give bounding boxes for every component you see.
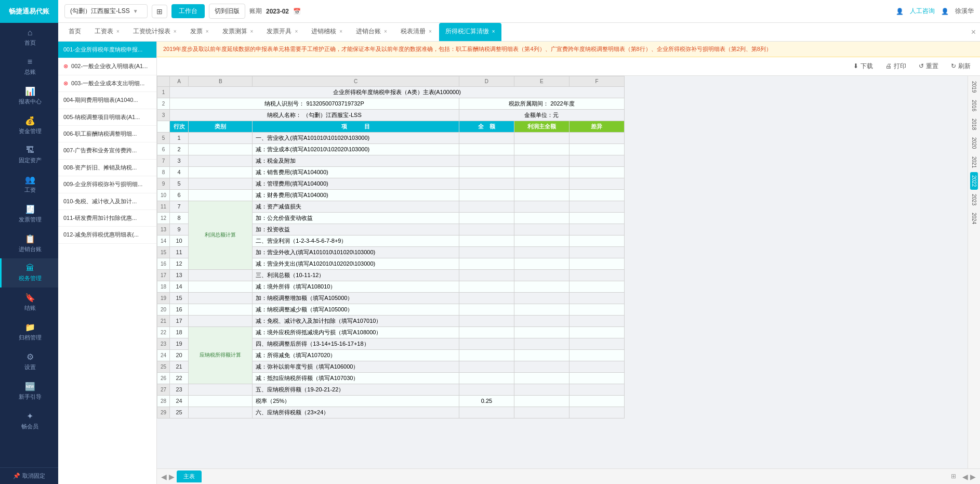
- refresh-button[interactable]: ↻ 刷新: [948, 60, 974, 72]
- sidebar-item-capital[interactable]: 💰 资金管理: [0, 111, 58, 140]
- sidebar-item-invoice[interactable]: 🧾 发票管理: [0, 199, 58, 229]
- report-list-item-012[interactable]: 012-减免所得税优惠明细表(...: [58, 227, 156, 243]
- print-label: 打印: [894, 62, 906, 71]
- sidebar-item-home[interactable]: ⌂ 首页: [0, 23, 58, 52]
- sidebar-item-purchase-label: 进销台账: [19, 245, 42, 253]
- tab-tax-calc[interactable]: 所得税汇算清缴 ×: [439, 23, 501, 41]
- tab-payroll-stats[interactable]: 工资统计报表 ×: [127, 23, 183, 41]
- scroll-left-btn[interactable]: ◀: [962, 473, 968, 481]
- copy-icon-btn[interactable]: ⊞: [152, 5, 167, 18]
- year-nav-2022[interactable]: 2022: [970, 172, 978, 190]
- report-list-item-009[interactable]: 009-企业所得税弥补亏损明细...: [58, 176, 156, 193]
- tab-purchase-ledger-close[interactable]: ×: [384, 29, 387, 34]
- history-button[interactable]: 切到旧版: [209, 4, 245, 19]
- assets-icon: 🏗: [26, 146, 34, 155]
- spreadsheet-container[interactable]: A B C D E F 1: [157, 76, 968, 469]
- tab-invoice-calc-close[interactable]: ×: [250, 29, 254, 34]
- archive-icon: 📁: [25, 322, 35, 332]
- settlement-icon: 🔖: [25, 293, 35, 303]
- year-nav-2024[interactable]: 2024: [970, 210, 978, 227]
- sidebar-item-member[interactable]: ✦ 畅会员: [0, 406, 58, 436]
- report-list-item-004[interactable]: 004-期间费用明细表(A1040...: [58, 92, 156, 109]
- scroll-right-btn[interactable]: ▶: [970, 473, 976, 481]
- sidebar-item-tax-label: 税务管理: [19, 274, 42, 282]
- cell-rownum-1[interactable]: 1: [170, 132, 189, 143]
- sheet-tab-main[interactable]: 主表: [177, 470, 202, 482]
- tab-invoice-issue-close[interactable]: ×: [295, 29, 298, 34]
- table-row: 22 18 应纳税所得额计算 减：境外应税所得抵减境内亏损（填写A108000）: [157, 326, 625, 338]
- company-selector[interactable]: (勾删）江西服宝-LSS ▼: [64, 4, 148, 18]
- tab-payroll-close[interactable]: ×: [116, 29, 120, 34]
- close-all-tabs-btn[interactable]: ×: [971, 28, 976, 37]
- sidebar-item-payroll[interactable]: 👥 工资: [0, 169, 58, 199]
- download-label: 下载: [860, 62, 873, 71]
- sidebar-item-assets[interactable]: 🏗 固定资产: [0, 140, 58, 169]
- sheet-prev-btn[interactable]: ◀: [161, 473, 167, 481]
- print-button[interactable]: 🖨 打印: [882, 60, 909, 72]
- report-005-label: 005-纳税调整项目明细表(A1...: [63, 114, 140, 120]
- nav-tabs: 首页 工资表 × 工资统计报表 × 发票 × 发票测算 × 发票开具 × 进销稽…: [58, 23, 980, 42]
- sidebar-pin-toggle[interactable]: 📌 取消固定: [0, 467, 58, 484]
- tab-invoice-calc[interactable]: 发票测算 ×: [216, 23, 260, 41]
- report-list-item-011[interactable]: 011-研发费用加计扣除优惠...: [58, 210, 156, 227]
- sidebar-item-reports[interactable]: 📊 报表中心: [0, 81, 58, 111]
- sidebar-item-ledger[interactable]: ≡ 总账: [0, 52, 58, 81]
- sidebar-item-archive-label: 归档管理: [19, 334, 42, 342]
- download-button[interactable]: ⬇ 下载: [850, 60, 876, 72]
- report-list-item-008[interactable]: 008-资产折旧、摊销及纳税...: [58, 160, 156, 176]
- tab-invoice-close[interactable]: ×: [206, 29, 209, 34]
- cell-diff-1[interactable]: [569, 132, 624, 143]
- report-list-item-006[interactable]: 006-职工薪酬纳税调整明细...: [58, 126, 156, 142]
- tab-invoice[interactable]: 发票 ×: [184, 23, 215, 41]
- tab-home[interactable]: 首页: [62, 23, 87, 41]
- period-value: 2023-02: [266, 8, 289, 15]
- report-list-item-005[interactable]: 005-纳税调整项目明细表(A1...: [58, 109, 156, 126]
- report-list-item-007[interactable]: 007-广告费和业务宣传费跨...: [58, 142, 156, 159]
- report-list-item-002[interactable]: ⊗ 002-一般企业收入明细表(A1...: [58, 58, 156, 75]
- sidebar-item-guide[interactable]: 🆕 新手引导: [0, 376, 58, 406]
- year-nav-2018[interactable]: 2018: [970, 115, 978, 133]
- tab-invoice-issue[interactable]: 发票开具 ×: [260, 23, 304, 41]
- workspace-button[interactable]: 工作台: [171, 4, 205, 18]
- year-nav-2023[interactable]: 2023: [970, 191, 978, 208]
- year-nav-2020[interactable]: 2020: [970, 134, 978, 152]
- sheet-next-btn[interactable]: ▶: [169, 473, 175, 481]
- reset-icon: ↺: [919, 62, 924, 70]
- category-lirun: 利润总额计算: [189, 201, 253, 269]
- user-service-label[interactable]: 人工咨询: [910, 7, 935, 16]
- year-nav-2016[interactable]: 2016: [970, 97, 978, 114]
- report-list-item-003[interactable]: ⊗ 003-一般企业成本支出明细...: [58, 75, 156, 92]
- cell-amount-1[interactable]: [459, 132, 514, 143]
- tab-home-label: 首页: [69, 27, 81, 36]
- table-row: 7 3 减：税金及附加: [157, 155, 625, 166]
- year-nav-2019[interactable]: 2019: [970, 78, 978, 96]
- capital-icon: 💰: [25, 116, 35, 126]
- sidebar-item-settlement[interactable]: 🔖 结账: [0, 287, 58, 317]
- sheet-tab-main-label: 主表: [183, 473, 195, 479]
- sidebar-item-tax[interactable]: 🏛 税务管理: [0, 258, 58, 287]
- home-icon: ⌂: [28, 28, 33, 37]
- report-toolbar: ⬇ 下载 🖨 打印 ↺ 重置 ↻ 刷新: [157, 57, 980, 76]
- member-icon: ✦: [27, 411, 33, 421]
- cell-taxrate[interactable]: 0.25: [459, 395, 514, 407]
- cell-profit-1[interactable]: [514, 132, 569, 143]
- sidebar-item-purchase[interactable]: 📋 进销台账: [0, 229, 58, 258]
- report-list-item-001[interactable]: 001-企业所得税年度纳税申报...: [58, 42, 156, 58]
- tab-payroll-stats-close[interactable]: ×: [174, 29, 177, 34]
- year-nav-2021[interactable]: 2021: [970, 153, 978, 171]
- pin-icon: 📌: [13, 473, 20, 479]
- reset-button[interactable]: ↺ 重置: [916, 60, 942, 72]
- report-list-item-010[interactable]: 010-免税、减计收入及加计...: [58, 193, 156, 210]
- sidebar-item-archive[interactable]: 📁 归档管理: [0, 317, 58, 347]
- tab-purchase-audit-close[interactable]: ×: [339, 29, 342, 34]
- tab-payroll[interactable]: 工资表 ×: [88, 23, 126, 41]
- tab-tax-calc-close[interactable]: ×: [492, 29, 495, 34]
- report-table: A B C D E F 1: [157, 76, 625, 418]
- tab-tax-list-close[interactable]: ×: [429, 29, 432, 34]
- cell-item-1[interactable]: 一、营业收入(填写A101010\101020\103000): [253, 132, 459, 143]
- tab-purchase-ledger[interactable]: 进销台账 ×: [350, 23, 393, 41]
- tab-purchase-audit[interactable]: 进销稽核 ×: [305, 23, 349, 41]
- tab-tax-list[interactable]: 税表清册 ×: [394, 23, 438, 41]
- col-E-header: E: [514, 76, 569, 86]
- sidebar-item-settings[interactable]: ⚙ 设置: [0, 347, 58, 376]
